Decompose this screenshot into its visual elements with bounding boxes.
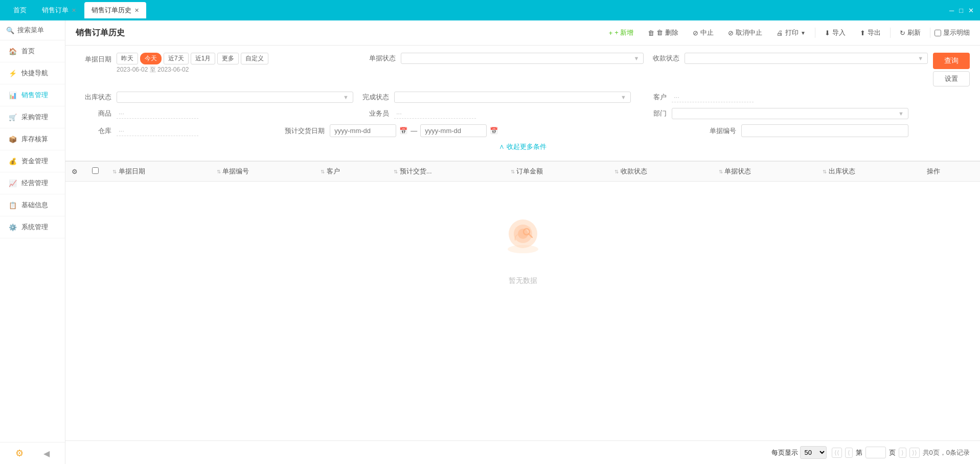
sidebar-item-finance[interactable]: 💰 资金管理	[0, 150, 65, 172]
sidebar-search[interactable]: 🔍 搜索菜单	[0, 20, 65, 40]
sidebar-item-system[interactable]: ⚙️ 系统管理	[0, 216, 65, 238]
customer-input[interactable]: ···	[672, 92, 754, 102]
select-all-checkbox[interactable]	[92, 167, 99, 174]
settings-bottom-icon[interactable]: ⚙	[15, 448, 24, 459]
department-select[interactable]: ▼	[672, 108, 908, 119]
calendar-to-icon[interactable]: 📅	[490, 127, 498, 135]
sort-delivery-icon[interactable]: ⇅	[394, 169, 398, 174]
outbound-status-arrow: ▼	[343, 94, 349, 100]
sort-out-status-icon[interactable]: ⇅	[823, 169, 827, 174]
show-detail-checkbox[interactable]	[935, 30, 941, 36]
product-label: 商品	[76, 109, 117, 118]
system-icon: ⚙️	[8, 223, 17, 232]
maximize-btn[interactable]: □	[959, 7, 963, 14]
col-no: ⇅ 单据编号	[211, 162, 315, 182]
order-status-label: 单据状态	[360, 54, 401, 63]
close-tab-sales[interactable]: ✕	[72, 7, 76, 14]
minimize-btn[interactable]: ─	[949, 7, 954, 14]
page-number-input[interactable]: 1	[865, 447, 886, 458]
print-button[interactable]: 🖨 打印 ▼	[771, 26, 811, 40]
close-btn[interactable]: ✕	[968, 7, 974, 14]
setting-button[interactable]: 设置	[933, 71, 970, 86]
order-no-label: 单据编号	[700, 126, 741, 136]
date-btn-7days[interactable]: 近7天	[164, 53, 189, 64]
payment-status-arrow: ▼	[918, 55, 923, 61]
sidebar-item-quicknav[interactable]: ⚡ 快捷导航	[0, 62, 65, 84]
date-btn-1month[interactable]: 近1月	[191, 53, 216, 64]
stop-icon: ⊘	[693, 29, 698, 37]
main-layout: 🔍 搜索菜单 🏠 首页 ⚡ 快捷导航 📊 销售管理 🛒 采购管理 📦 库存核算 …	[0, 20, 980, 464]
table-footer: 每页显示 20 50 100 ⟨⟨ ⟨ 第 1 页 ⟩ ⟩⟩ 共0页，0条记录	[65, 440, 980, 464]
sort-amount-icon[interactable]: ⇅	[511, 169, 515, 174]
warehouse-label: 仓库	[76, 126, 117, 136]
payment-status-select[interactable]: ▼	[685, 53, 928, 64]
last-page-btn[interactable]: ⟩⟩	[909, 448, 920, 458]
col-check	[86, 162, 106, 182]
tab-sales-order-history[interactable]: 销售订单历史 ✕	[84, 2, 146, 18]
show-detail-checkbox-label[interactable]: 显示明细	[935, 28, 970, 37]
page-title: 销售订单历史	[76, 28, 125, 38]
first-page-btn[interactable]: ⟨⟨	[832, 448, 842, 458]
warehouse-input[interactable]: ···	[117, 126, 198, 136]
tab-home[interactable]: 首页	[6, 2, 34, 18]
export-button[interactable]: ⬆ 导出	[855, 26, 886, 40]
empty-text: 暂无数据	[509, 276, 537, 285]
order-status-arrow: ▼	[633, 55, 639, 61]
query-set-group: 查询 设置	[933, 53, 970, 86]
outbound-status-select[interactable]: ▼	[117, 92, 353, 103]
order-status-select[interactable]: ▼	[401, 53, 644, 64]
sort-pay-status-icon[interactable]: ⇅	[614, 169, 619, 174]
date-btn-today[interactable]: 今天	[140, 53, 162, 64]
toolbar-divider-1	[815, 28, 815, 38]
department-label: 部门	[631, 109, 672, 118]
sidebar-item-purchase[interactable]: 🛒 采购管理	[0, 106, 65, 128]
prev-page-btn[interactable]: ⟨	[845, 448, 853, 458]
completion-status-select[interactable]: ▼	[394, 92, 631, 103]
close-tab-history[interactable]: ✕	[134, 7, 139, 14]
toolbar-divider-2	[890, 28, 891, 38]
sidebar-item-base[interactable]: 📋 基础信息	[0, 194, 65, 216]
refresh-button[interactable]: ↻ 刷新	[895, 26, 926, 40]
collapse-sidebar-icon[interactable]: ◀	[43, 449, 50, 458]
collapse-filter-btn[interactable]: ∧ 收起更多条件	[76, 140, 970, 153]
new-button[interactable]: + + 新增	[604, 26, 639, 40]
col-delivery: ⇅ 预计交货...	[388, 162, 505, 182]
col-settings: ⚙	[65, 162, 86, 182]
sidebar-item-sales[interactable]: 📊 销售管理	[0, 84, 65, 106]
customer-label: 客户	[631, 93, 672, 102]
product-input[interactable]: ···	[117, 108, 198, 119]
sidebar-item-operations[interactable]: 📈 经营管理	[0, 172, 65, 194]
date-btns-row: 昨天 今天 近7天 近1月 更多 自定义	[117, 53, 268, 64]
inventory-icon: 📦	[8, 135, 17, 144]
date-btn-more[interactable]: 更多	[217, 53, 239, 64]
query-button[interactable]: 查询	[933, 53, 970, 69]
top-bar: 首页 销售订单 ✕ 销售订单历史 ✕ ─ □ ✕	[0, 0, 980, 20]
import-button[interactable]: ⬇ 导入	[819, 26, 851, 40]
delivery-date-label: 预计交货日期	[284, 126, 330, 136]
date-btn-yesterday[interactable]: 昨天	[117, 53, 138, 64]
sidebar-item-inventory[interactable]: 📦 库存核算	[0, 128, 65, 150]
page-size-select-input[interactable]: 20 50 100	[800, 446, 827, 459]
delete-button[interactable]: 🗑 🗑 删除	[643, 26, 683, 40]
delivery-date-to[interactable]	[420, 124, 487, 137]
outbound-status-label: 出库状态	[76, 93, 117, 102]
delivery-date-from[interactable]	[330, 124, 396, 137]
order-no-input[interactable]	[741, 124, 908, 137]
delivery-date-group: 📅 — 📅	[330, 124, 498, 137]
sort-customer-icon[interactable]: ⇅	[321, 169, 325, 174]
salesperson-input[interactable]: ···	[394, 108, 476, 119]
stop-button[interactable]: ⊘ 中止	[688, 26, 719, 40]
sort-date-icon[interactable]: ⇅	[112, 169, 117, 174]
col-order-status: ⇅ 单据状态	[713, 162, 817, 182]
table-settings-icon[interactable]: ⚙	[72, 168, 78, 175]
calendar-from-icon[interactable]: 📅	[399, 127, 407, 135]
sidebar-item-home[interactable]: 🏠 首页	[0, 40, 65, 62]
sort-order-status-icon[interactable]: ⇅	[719, 169, 723, 174]
date-btn-custom[interactable]: 自定义	[241, 53, 268, 64]
cancel-stop-button[interactable]: ⊘ 取消中止	[723, 26, 767, 40]
total-info: 共0页，0条记录	[923, 448, 970, 457]
tab-sales-order[interactable]: 销售订单 ✕	[35, 2, 83, 18]
print-dropdown-icon: ▼	[801, 30, 806, 36]
next-page-btn[interactable]: ⟩	[899, 448, 906, 458]
sort-no-icon[interactable]: ⇅	[217, 169, 221, 174]
